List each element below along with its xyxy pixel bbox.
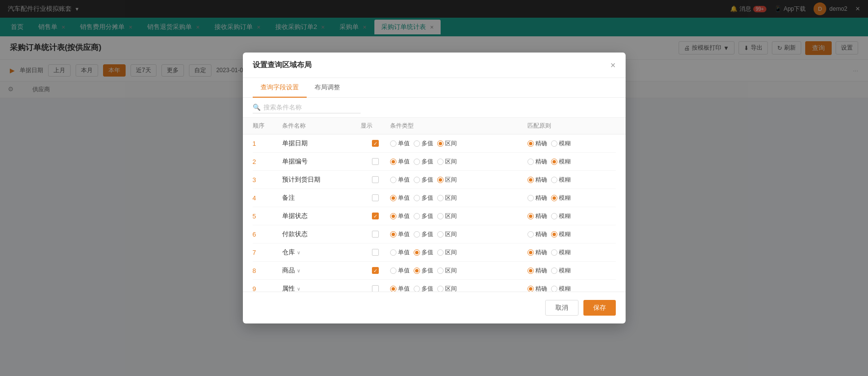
dialog-title: 设置查询区域布局 (253, 60, 312, 70)
settings-dialog: 设置查询区域布局 × 查询字段设置 布局调整 🔍 顺序 条件名称 显示 条件类型 (243, 53, 626, 98)
tab-field-settings-label: 查询字段设置 (261, 83, 299, 91)
dialog-close-btn[interactable]: × (610, 61, 616, 70)
tab-field-settings[interactable]: 查询字段设置 (253, 78, 307, 98)
dialog-header: 设置查询区域布局 × (243, 53, 626, 78)
dialog-search-area: 🔍 (243, 98, 626, 98)
dialog-tabs: 查询字段设置 布局调整 (243, 78, 626, 98)
dialog-overlay: 设置查询区域布局 × 查询字段设置 布局调整 🔍 顺序 条件名称 显示 条件类型 (0, 0, 868, 98)
tab-layout-adjust-label: 布局调整 (315, 83, 340, 91)
tab-layout-adjust[interactable]: 布局调整 (307, 78, 348, 98)
